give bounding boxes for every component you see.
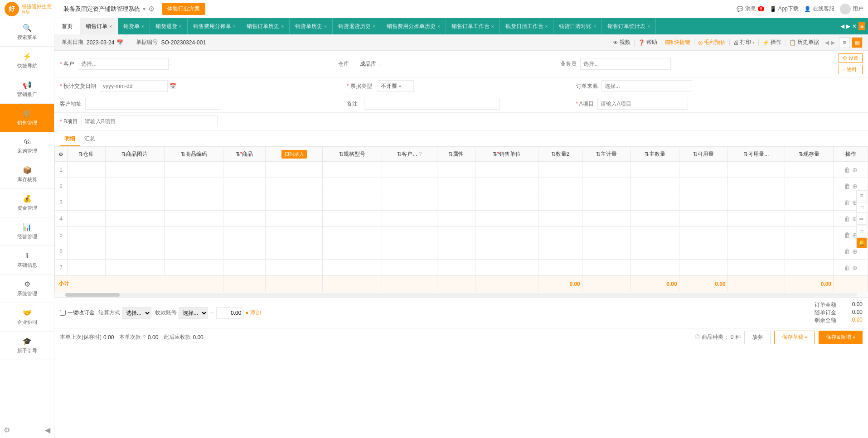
tab-order-history[interactable]: 销售订单历史 ×	[241, 18, 290, 34]
row-7-spec[interactable]	[323, 260, 382, 276]
row-5-spec[interactable]	[323, 227, 382, 243]
row-1-attr[interactable]	[437, 162, 475, 178]
sort-code-icon[interactable]: ⇅	[181, 151, 185, 157]
tab-order-workbench-close[interactable]: ×	[491, 24, 494, 29]
tab-order-stats[interactable]: 销售订单统计表 ×	[602, 18, 656, 34]
row-4-goods[interactable]	[223, 211, 266, 227]
sidebar-item-guide[interactable]: 🎓 新手引导	[0, 332, 54, 360]
row-3-attr[interactable]	[437, 194, 475, 211]
sort-spec-icon[interactable]: ⇅	[339, 151, 344, 157]
row-3-code[interactable]	[164, 194, 223, 211]
sidebar-item-purchase[interactable]: 🛍 采购管理	[0, 132, 54, 160]
row-3-qty2[interactable]	[538, 194, 582, 211]
tab-expense-history[interactable]: 销售费用分摊单历史 ×	[381, 18, 446, 34]
row-4-spec[interactable]	[323, 211, 382, 227]
row-3-goods[interactable]	[223, 194, 266, 211]
sort-image-icon[interactable]: ⇅	[121, 151, 126, 157]
sidebar-item-finance[interactable]: 💰 资金管理	[0, 189, 54, 217]
add-account-btn[interactable]: ● 添加	[245, 309, 261, 317]
row-5-warehouse[interactable]	[68, 227, 106, 243]
settlement-select[interactable]: 选择...	[122, 307, 151, 319]
tab-prev-icon[interactable]: ◀	[840, 23, 844, 29]
grid-view-btn[interactable]: ≡	[839, 37, 850, 48]
customer-more-icon[interactable]: ···	[169, 62, 172, 67]
tab-invoice-history-close[interactable]: ×	[324, 24, 327, 29]
tab-sales-return[interactable]: 销货退货 ×	[150, 18, 188, 34]
calendar-icon[interactable]: 📅	[116, 39, 123, 46]
tab-order-stats-close[interactable]: ×	[647, 24, 650, 29]
tab-expense-split[interactable]: 销售费用分摊单 ×	[188, 18, 242, 34]
sort-mqty-icon[interactable]: ⇅	[645, 151, 649, 157]
tab-cash-workbench-close[interactable]: ×	[545, 24, 548, 29]
sidebar-item-search[interactable]: 🔍 搜索菜单	[0, 18, 54, 47]
sort-goods-icon[interactable]: ⇅	[236, 151, 240, 157]
right-float-btn-3[interactable]: ✏	[856, 214, 867, 225]
row-2-goods[interactable]	[223, 178, 266, 194]
row-3-unit[interactable]	[475, 194, 538, 211]
row-6-mqty[interactable]	[630, 243, 679, 260]
row-1-warehouse[interactable]	[68, 162, 106, 178]
row-7-goods[interactable]	[223, 260, 266, 276]
account-amount-input[interactable]: 0.00	[216, 307, 243, 319]
addr-more-icon[interactable]: ···	[221, 101, 225, 106]
tab-order-history-close[interactable]: ×	[281, 24, 284, 29]
tab-sales-order[interactable]: 销售订单 ×	[80, 18, 118, 34]
staff-input[interactable]	[580, 58, 671, 70]
row-5-code[interactable]	[164, 227, 223, 243]
tab-home[interactable]: 首页	[54, 18, 80, 34]
toolbar-help-btn[interactable]: ❓ 帮助	[636, 38, 659, 47]
sidebar-item-basic[interactable]: ℹ 基础信息	[0, 246, 54, 274]
settings-button[interactable]: ⚙ 设置	[839, 53, 863, 63]
sort-attr-icon[interactable]: ⇅	[448, 151, 453, 157]
grid-card-btn[interactable]: ▦	[852, 37, 863, 48]
customer-addr-input[interactable]	[85, 98, 221, 110]
row-5-mqty[interactable]	[630, 227, 679, 243]
account-select[interactable]: 选择...	[179, 307, 208, 319]
tab-detail[interactable]: 明细	[60, 132, 80, 146]
toolbar-history-btn[interactable]: 📋 历史单据	[787, 38, 821, 47]
row-7-attr[interactable]	[437, 260, 475, 276]
row-2-warehouse[interactable]	[68, 178, 106, 194]
user-item[interactable]: 用户	[840, 4, 863, 14]
row-4-qty2[interactable]	[538, 211, 582, 227]
sort-stock-icon[interactable]: ⇅	[799, 151, 803, 157]
row-3-warehouse[interactable]	[68, 194, 106, 211]
row-2-delete-icon[interactable]: 🗑	[844, 183, 850, 190]
row-6-copy-icon[interactable]: ⊕	[852, 248, 858, 255]
sort-ccode-icon[interactable]: ⇅	[397, 151, 402, 157]
row-6-unit[interactable]	[475, 243, 538, 260]
row-7-qty2[interactable]	[538, 260, 582, 276]
tab-order-workbench[interactable]: 销售订单工作台 ×	[446, 18, 500, 34]
row-6-code[interactable]	[164, 243, 223, 260]
row-4-attr[interactable]	[437, 211, 475, 227]
row-1-mqty[interactable]	[630, 162, 679, 178]
row-3-spec[interactable]	[323, 194, 382, 211]
tab-expense-history-close[interactable]: ×	[437, 24, 440, 29]
toolbar-profit-btn[interactable]: ◎ 毛利预估	[696, 38, 727, 47]
tab-sales-invoice[interactable]: 销货单 ×	[118, 18, 150, 34]
row-7-unit[interactable]	[475, 260, 538, 276]
tab-next-icon[interactable]: ▶	[846, 23, 850, 29]
row-4-warehouse[interactable]	[68, 211, 106, 227]
row-1-unit[interactable]	[475, 162, 538, 178]
settings-icon[interactable]: ⚙	[148, 5, 155, 13]
tab-return-history[interactable]: 销货退货历史 ×	[333, 18, 381, 34]
row-4-delete-icon[interactable]: 🗑	[844, 215, 850, 222]
row-1-code[interactable]	[164, 162, 223, 178]
tab-menu-icon[interactable]: ≡	[858, 22, 865, 30]
row-4-ccode[interactable]	[382, 211, 437, 227]
sort-qty2-icon[interactable]: ⇅	[551, 151, 556, 157]
notification-item[interactable]: 💬 消息 9	[737, 5, 764, 13]
sort-warehouse-icon[interactable]: ⇅	[78, 151, 83, 157]
row-1-goods[interactable]	[223, 162, 266, 178]
invoice-select[interactable]: 不开票 ▾	[378, 80, 414, 92]
row-6-delete-icon[interactable]: 🗑	[844, 248, 850, 255]
row-2-unit[interactable]	[475, 178, 538, 194]
row-7-mqty[interactable]	[630, 260, 679, 276]
row-1-copy-icon[interactable]: ⊕	[852, 166, 858, 173]
row-5-attr[interactable]	[437, 227, 475, 243]
row-3-mqty[interactable]	[630, 194, 679, 211]
right-float-btn-1[interactable]: ≡	[856, 190, 867, 201]
sidebar-item-system[interactable]: ⚙ 系统管理	[0, 274, 54, 303]
next-record-icon[interactable]: ▶	[831, 39, 835, 46]
